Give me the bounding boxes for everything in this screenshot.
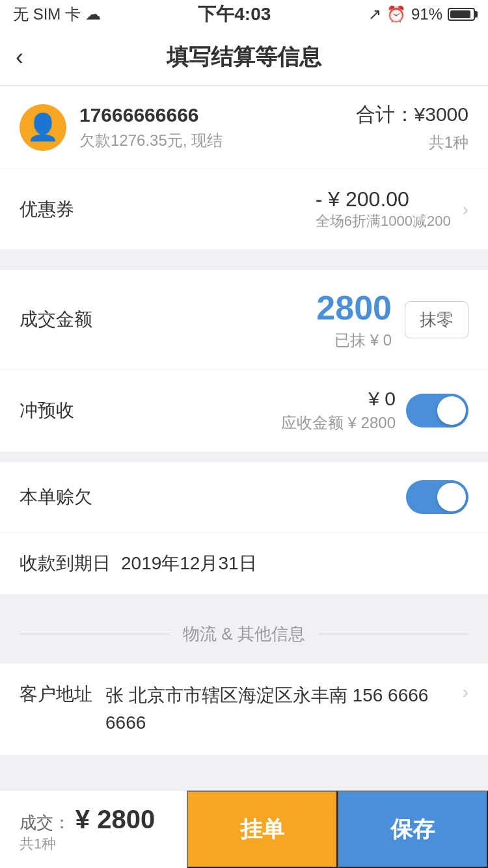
address-chevron-icon: › — [463, 682, 468, 703]
coupon-row[interactable]: 优惠券 - ¥ 200.00 全场6折满1000减200 › — [0, 169, 488, 249]
save-button[interactable]: 保存 — [338, 791, 488, 868]
due-date-label: 收款到期日 — [20, 551, 111, 576]
pre-collect-toggle[interactable] — [406, 394, 468, 427]
logistics-text: 物流 & 其他信息 — [183, 623, 305, 645]
defer-row: 本单赊欠 — [0, 462, 488, 532]
address-value: 张 北京市市辖区海淀区永丰南 156 6666 6666 — [105, 682, 457, 737]
status-time: 下午4:03 — [198, 2, 271, 27]
alarm-icon: ⏰ — [386, 5, 406, 23]
defer-label: 本单赊欠 — [20, 485, 92, 509]
total-sub: 共1种 — [356, 132, 468, 153]
deal-amount-value: 2800 — [316, 288, 392, 327]
bottom-summary: 成交： ¥ 2800 共1种 — [0, 805, 187, 854]
logistics-divider: 物流 & 其他信息 — [0, 604, 488, 664]
bottom-deal-amount: ¥ 2800 — [75, 805, 155, 834]
customer-info-row: 👤 17666666666 欠款1276.35元, 现结 合计：¥3000 共1… — [0, 86, 488, 169]
bottom-bar: 成交： ¥ 2800 共1种 挂单 保存 — [0, 790, 488, 868]
due-date-row: 收款到期日 2019年12月31日 — [0, 532, 488, 594]
bottom-deal-label-row: 成交： ¥ 2800 — [20, 805, 167, 834]
coupon-desc: 全场6折满1000减200 — [316, 211, 451, 231]
back-button[interactable]: ‹ — [16, 44, 23, 71]
section-gap-1 — [0, 260, 488, 270]
logistics-line-right — [318, 634, 468, 634]
deal-amount-right: 2800 已抹 ¥ 0 抹零 — [316, 288, 468, 351]
sim-label: 无 SIM 卡 ☁ — [13, 4, 101, 25]
defer-toggle-knob — [437, 483, 466, 511]
defer-toggle[interactable] — [406, 480, 468, 514]
form-section-1: 成交金额 2800 已抹 ¥ 0 抹零 冲预收 ¥ 0 应收金额 ¥ 2800 — [0, 270, 488, 452]
pre-collect-label: 冲预收 — [20, 398, 74, 423]
pre-collect-sub: 应收金额 ¥ 2800 — [281, 413, 396, 433]
battery-icon — [448, 8, 475, 21]
due-date-value: 2019年12月31日 — [121, 551, 257, 576]
back-icon: ‹ — [16, 44, 23, 71]
pre-collect-row: 冲预收 ¥ 0 应收金额 ¥ 2800 — [0, 370, 488, 452]
status-right: ↗ ⏰ 91% — [368, 5, 475, 23]
avatar: 👤 — [20, 104, 66, 151]
coupon-chevron-icon: › — [463, 199, 468, 220]
customer-details: 17666666666 欠款1276.35元, 现结 — [79, 104, 356, 151]
battery-percent: 91% — [411, 5, 442, 23]
address-row[interactable]: 客户地址 张 北京市市辖区海淀区永丰南 156 6666 6666 › — [0, 664, 488, 755]
coupon-label: 优惠券 — [20, 197, 74, 222]
bottom-deal-sub: 共1种 — [20, 834, 167, 854]
customer-info-card: 👤 17666666666 欠款1276.35元, 现结 合计：¥3000 共1… — [0, 86, 488, 249]
page-title: 填写结算等信息 — [167, 42, 321, 72]
form-section-2: 本单赊欠 收款到期日 2019年12月31日 — [0, 462, 488, 594]
customer-total: 合计：¥3000 共1种 — [356, 102, 468, 153]
wipe-button[interactable]: 抹零 — [405, 301, 468, 338]
deal-amount-row: 成交金额 2800 已抹 ¥ 0 抹零 — [0, 270, 488, 370]
address-label: 客户地址 — [20, 682, 92, 707]
customer-sub: 欠款1276.35元, 现结 — [79, 130, 356, 151]
status-left: 无 SIM 卡 ☁ — [13, 4, 101, 25]
coupon-right: - ¥ 200.00 全场6折满1000减200 › — [316, 187, 468, 231]
status-bar: 无 SIM 卡 ☁ 下午4:03 ↗ ⏰ 91% — [0, 0, 488, 29]
section-gap-3 — [0, 594, 488, 604]
nav-bar: ‹ 填写结算等信息 — [0, 29, 488, 86]
deal-amount-label: 成交金额 — [20, 307, 92, 332]
deal-amount-col: 2800 已抹 ¥ 0 — [316, 288, 392, 351]
already-wiped: 已抹 ¥ 0 — [316, 330, 392, 351]
location-icon: ↗ — [368, 5, 381, 23]
toggle-knob — [437, 396, 466, 425]
customer-phone: 17666666666 — [79, 104, 356, 126]
section-gap-2 — [0, 452, 488, 462]
avatar-icon: 👤 — [27, 112, 59, 142]
logistics-line-left — [20, 634, 170, 634]
coupon-discount: - ¥ 200.00 — [316, 187, 451, 211]
pending-button[interactable]: 挂单 — [187, 791, 337, 868]
pre-collect-right: ¥ 0 应收金额 ¥ 2800 — [281, 388, 468, 433]
pre-collect-amounts: ¥ 0 应收金额 ¥ 2800 — [281, 388, 396, 433]
pre-collect-main: ¥ 0 — [281, 388, 396, 410]
bottom-deal-label: 成交： — [20, 813, 70, 832]
total-amount: 合计：¥3000 — [356, 102, 468, 128]
